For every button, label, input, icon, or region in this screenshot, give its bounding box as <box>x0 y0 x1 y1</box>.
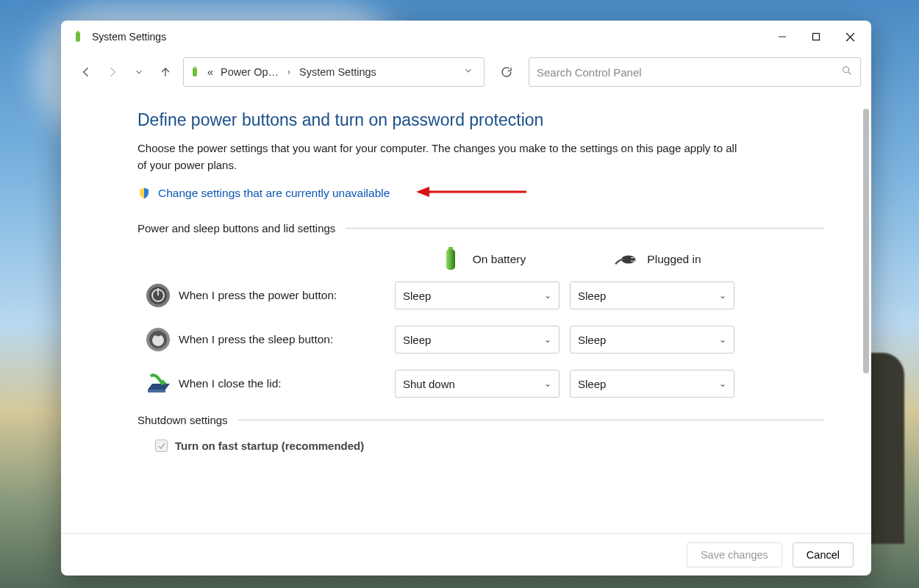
divider <box>346 228 824 229</box>
maximize-button[interactable] <box>799 21 833 53</box>
power-button-icon <box>137 282 179 309</box>
sleep-button-row: When I press the sleep button: Sleep⌄ Sl… <box>137 326 824 354</box>
change-unavailable-settings-link[interactable]: Change settings that are currently unava… <box>158 187 390 200</box>
section-shutdown-title: Shutdown settings <box>137 414 228 426</box>
close-lid-label: When I close the lid: <box>179 377 395 390</box>
content-area: Define power buttons and turn on passwor… <box>61 100 861 533</box>
refresh-button[interactable] <box>492 57 521 87</box>
battery-column-icon <box>439 248 462 271</box>
up-button[interactable] <box>155 62 176 82</box>
sleep-button-label: When I press the sleep button: <box>179 333 395 346</box>
chevron-down-icon: ⌄ <box>719 290 726 301</box>
window-title: System Settings <box>92 31 166 43</box>
breadcrumb-item-system-settings[interactable]: System Settings <box>298 65 378 79</box>
svg-line-9 <box>848 72 851 74</box>
divider <box>238 420 824 420</box>
breadcrumb-item-power-options[interactable]: Power Op… <box>219 65 280 79</box>
chevron-down-icon: ⌄ <box>544 379 551 389</box>
nav-toolbar: « Power Op… › System Settings <box>61 53 871 100</box>
minimize-button[interactable] <box>765 21 799 53</box>
footer-bar: Save changes Cancel <box>61 533 871 576</box>
svg-rect-16 <box>631 257 635 259</box>
address-bar[interactable]: « Power Op… › System Settings <box>183 57 484 87</box>
page-heading: Define power buttons and turn on passwor… <box>137 110 824 130</box>
save-changes-button[interactable]: Save changes <box>687 542 782 567</box>
svg-rect-13 <box>446 249 455 270</box>
close-button[interactable] <box>833 21 867 53</box>
svg-rect-17 <box>631 261 635 262</box>
sleep-button-battery-select[interactable]: Sleep⌄ <box>395 326 559 354</box>
power-options-icon <box>71 30 85 43</box>
power-button-battery-select[interactable]: Sleep⌄ <box>395 282 559 309</box>
search-input[interactable] <box>537 66 841 79</box>
svg-rect-1 <box>77 31 79 32</box>
svg-marker-11 <box>416 187 429 197</box>
on-battery-column-label: On battery <box>473 253 526 266</box>
plugged-in-column-label: Plugged in <box>647 253 701 266</box>
svg-rect-6 <box>193 68 197 76</box>
scrollbar-thumb[interactable] <box>863 109 869 373</box>
cancel-button[interactable]: Cancel <box>793 542 854 567</box>
plugged-in-column-icon <box>613 248 637 271</box>
address-dropdown-button[interactable] <box>457 65 479 79</box>
search-icon[interactable] <box>841 65 853 79</box>
chevron-down-icon: ⌄ <box>719 334 726 345</box>
sleep-button-icon <box>137 326 179 353</box>
chevron-down-icon: ⌄ <box>719 379 726 389</box>
power-button-label: When I press the power button: <box>179 289 395 302</box>
titlebar: System Settings <box>61 21 871 53</box>
sleep-button-plugged-select[interactable]: Sleep⌄ <box>570 326 734 354</box>
close-lid-icon <box>137 372 179 395</box>
close-lid-row: When I close the lid: Shut down⌄ Sleep⌄ <box>137 370 824 398</box>
svg-rect-3 <box>813 34 820 40</box>
section-buttons-lid-title: Power and sleep buttons and lid settings <box>137 222 335 234</box>
recent-locations-button[interactable] <box>129 62 149 82</box>
uac-shield-icon <box>137 187 151 200</box>
close-lid-battery-select[interactable]: Shut down⌄ <box>395 370 559 398</box>
back-button[interactable] <box>76 62 96 82</box>
chevron-down-icon: ⌄ <box>544 290 551 301</box>
svg-rect-14 <box>448 247 453 250</box>
power-button-row: When I press the power button: Sleep⌄ Sl… <box>137 282 824 309</box>
forward-button[interactable] <box>102 62 123 82</box>
svg-point-8 <box>843 67 849 73</box>
svg-rect-7 <box>194 67 196 68</box>
fast-startup-checkbox[interactable] <box>155 440 168 452</box>
annotation-arrow <box>416 185 526 201</box>
search-box[interactable] <box>529 57 861 87</box>
chevron-down-icon: ⌄ <box>544 334 551 345</box>
control-panel-window: System Settings « Power Op… <box>61 21 871 576</box>
svg-rect-0 <box>76 32 80 42</box>
fast-startup-label: Turn on fast startup (recommended) <box>175 440 364 452</box>
close-lid-plugged-select[interactable]: Sleep⌄ <box>570 370 734 398</box>
chevron-right-icon[interactable]: › <box>285 67 293 77</box>
power-button-plugged-select[interactable]: Sleep⌄ <box>570 282 734 309</box>
battery-icon <box>188 65 201 79</box>
breadcrumb-prefix: « <box>206 65 215 79</box>
page-description: Choose the power settings that you want … <box>137 140 748 173</box>
